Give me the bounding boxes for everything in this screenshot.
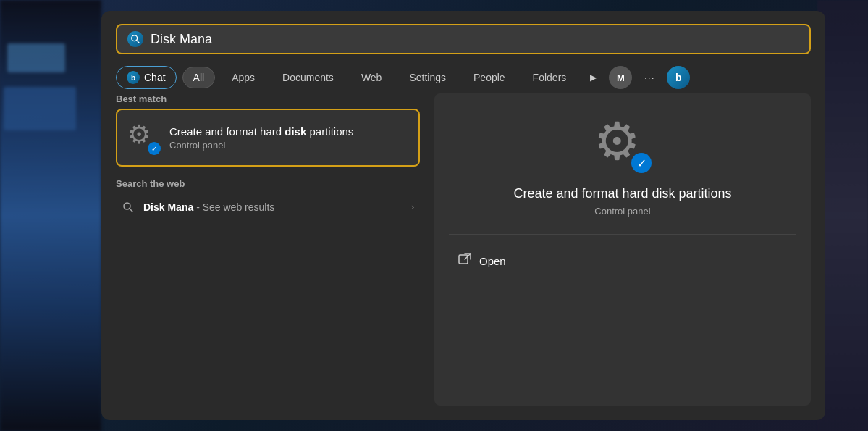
tab-documents-label: Documents xyxy=(282,72,334,83)
tab-web-label: Web xyxy=(361,72,382,83)
open-button[interactable]: Open xyxy=(449,246,796,276)
web-search-text: Disk Mana - See web results xyxy=(143,201,274,213)
more-options-button[interactable]: ··· xyxy=(638,67,661,88)
tab-people[interactable]: People xyxy=(463,67,516,88)
web-search-item[interactable]: Disk Mana - See web results › xyxy=(116,193,420,221)
open-label: Open xyxy=(479,255,506,267)
tab-apps-label: Apps xyxy=(232,72,255,83)
best-match-item-title: Create and format hard disk partitions xyxy=(169,125,408,139)
open-external-icon xyxy=(458,252,472,270)
detail-subtitle: Control panel xyxy=(594,206,650,217)
detail-title: Create and format hard disk partitions xyxy=(513,186,731,201)
search-input-wrapper xyxy=(116,24,811,54)
detail-icon-area: ⚙ ✓ xyxy=(594,115,652,173)
best-match-icon-area: ⚙ ✓ xyxy=(127,122,159,154)
tab-apps[interactable]: Apps xyxy=(221,67,266,88)
check-badge-icon: ✓ xyxy=(148,142,161,155)
svg-rect-4 xyxy=(459,255,468,264)
detail-panel: ⚙ ✓ Create and format hard disk partitio… xyxy=(434,93,811,406)
bing-icon-chat: b xyxy=(127,71,140,84)
web-chevron-icon: › xyxy=(411,202,414,212)
best-match-item[interactable]: ⚙ ✓ Create and format hard disk partitio… xyxy=(116,109,420,167)
tab-all[interactable]: All xyxy=(182,67,216,88)
tab-folders-label: Folders xyxy=(533,72,567,83)
bing-copilot-button[interactable]: b xyxy=(667,66,690,89)
svg-line-1 xyxy=(136,40,139,43)
tab-web[interactable]: Web xyxy=(350,67,393,88)
tab-settings-label: Settings xyxy=(409,72,446,83)
tab-people-label: People xyxy=(473,72,505,83)
best-match-section: Best match ⚙ ✓ Create and format hard di… xyxy=(116,93,420,167)
best-match-title: Best match xyxy=(116,93,420,104)
svg-line-3 xyxy=(130,209,133,212)
search-icon xyxy=(127,31,143,47)
search-input[interactable] xyxy=(151,32,799,47)
user-initial-button[interactable]: M xyxy=(609,66,632,89)
filter-tabs: b Chat All Apps Documents Web Settings P… xyxy=(101,62,825,93)
web-search-loop-icon xyxy=(122,201,135,214)
tab-scroll-right[interactable]: ▶ xyxy=(583,67,603,88)
tab-chat-label: Chat xyxy=(144,72,166,83)
main-content: Best match ⚙ ✓ Create and format hard di… xyxy=(101,93,825,420)
search-box-area xyxy=(101,11,825,62)
tab-documents[interactable]: Documents xyxy=(271,67,345,88)
best-match-item-subtitle: Control panel xyxy=(169,140,408,151)
tab-all-label: All xyxy=(193,72,205,83)
results-panel: Best match ⚙ ✓ Create and format hard di… xyxy=(116,93,420,406)
divider xyxy=(449,234,796,235)
detail-check-badge-icon: ✓ xyxy=(631,153,652,173)
left-blur-decoration xyxy=(0,0,101,431)
best-match-text: Create and format hard disk partitions C… xyxy=(169,125,408,151)
tab-folders[interactable]: Folders xyxy=(522,67,578,88)
tab-settings[interactable]: Settings xyxy=(398,67,457,88)
tab-chat[interactable]: b Chat xyxy=(116,66,177,89)
web-search-section: Search the web Disk Mana - See web resul… xyxy=(116,178,420,221)
search-panel: b Chat All Apps Documents Web Settings P… xyxy=(101,11,825,420)
web-search-title: Search the web xyxy=(116,178,420,189)
